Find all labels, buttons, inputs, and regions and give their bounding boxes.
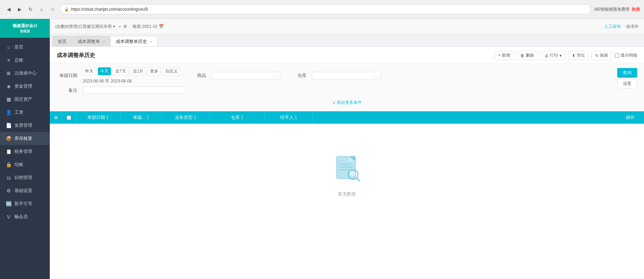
refresh-button[interactable]: ↻ 刷新 [591, 51, 612, 60]
filter-settings-button[interactable]: 设置 [617, 79, 637, 88]
inventory-icon: 📦 [5, 136, 12, 141]
archive-icon: 🗂 [5, 175, 12, 180]
forward-button[interactable]: ▶ [15, 5, 24, 14]
th-handler[interactable]: 经手人 ▲▼ [265, 111, 313, 124]
settings-company-icon[interactable]: ⚙ [123, 24, 127, 29]
username-label[interactable]: 徐泽华 [626, 24, 639, 30]
filter-row-1: 单据日期 昨天 今天 近7天 近1月 更多 自定义 [57, 67, 612, 84]
sidebar-label-fixed-assets: 固定资产 [14, 96, 32, 102]
sidebar-label-inventory: 库存核算 [14, 135, 32, 142]
star-button[interactable]: ☆ [48, 5, 57, 14]
query-button[interactable]: 查询 [617, 68, 637, 78]
print-button[interactable]: 🖨 打印 ▾ [541, 51, 565, 60]
sidebar-label-invoice: 发票管理 [14, 122, 32, 129]
sidebar-logo: 畅捷通好会计 旗舰版 [0, 19, 50, 38]
sidebar-label-vip: 畅会员 [14, 214, 28, 220]
sidebar-item-inventory[interactable]: 📦 库存核算 [0, 132, 50, 145]
sidebar-item-closing[interactable]: 🔒 结账 [0, 158, 50, 171]
page-header: 成本调整单历史 + 新增 🗑 删除 🖨 打印 ▾ ⬆ 导出 [50, 47, 644, 63]
goods-filter-select[interactable]: ... [212, 72, 280, 79]
no-sort-icon: ▲▼ [146, 115, 149, 120]
svg-line-8 [357, 178, 360, 181]
biztype-sort-icon: ▲▼ [194, 115, 196, 120]
th-gear[interactable]: ⚙ [50, 111, 62, 124]
sidebar-label-salary: 工资 [14, 109, 23, 115]
sidebar-item-salary[interactable]: 👤 工资 [0, 106, 50, 119]
address-bar[interactable]: 🔒 https://cloud.chanjet.com/accounting/u… [60, 4, 591, 14]
show-detail-checkbox[interactable] [615, 53, 619, 58]
filter-area: 单据日期 昨天 今天 近7天 近1月 更多 自定义 [50, 63, 644, 111]
date-yesterday-btn[interactable]: 昨天 [83, 67, 96, 75]
print-icon: 🖨 [544, 53, 549, 58]
tab-cost-adjust[interactable]: 成本调整单 × [72, 36, 110, 46]
warehouse-more-dots[interactable]: ... [374, 73, 377, 78]
export-button[interactable]: ⬆ 导出 [568, 51, 589, 60]
guide-icon: 🆕 [5, 201, 12, 207]
refresh-button[interactable]: ↻ [26, 5, 35, 14]
date-more-btn[interactable]: 更多 [148, 67, 161, 75]
sidebar-item-basic-settings[interactable]: ⚙ 基础设置 [0, 184, 50, 197]
sidebar-item-reports[interactable]: ⊞ 云报表中心 [0, 67, 50, 80]
sidebar-item-guide[interactable]: 🆕 新手引导 [0, 197, 50, 210]
main-area: (勿删勿禁用)江西服宝测试专用 ▾ ＋ ⚙ 账期 2021-10 📅 人工咨询 … [50, 19, 644, 279]
tax-icon: 📋 [5, 149, 12, 154]
warehouse-filter-label: 仓库 [286, 72, 306, 79]
sidebar-item-funds[interactable]: ◈ 资金管理 [0, 80, 50, 93]
svg-point-7 [349, 170, 356, 177]
th-biztype-label: 业务类型 [175, 114, 193, 121]
sidebar-item-invoice[interactable]: 📄 发票管理 [0, 119, 50, 132]
show-detail-checkbox-label[interactable]: 显示明细 [615, 53, 637, 58]
remark-filter-label: 备注 [57, 87, 77, 93]
search-label: 360智能抠图免费用 [594, 7, 630, 12]
home-button[interactable]: ⌂ [37, 5, 46, 14]
tab-home-label: 首页 [58, 38, 67, 45]
warehouse-filter-select[interactable]: ... [312, 72, 381, 79]
calendar-icon[interactable]: 📅 [159, 24, 164, 29]
th-date[interactable]: 单据日期 ▲▼ [76, 111, 121, 124]
tab-home[interactable]: 首页 [53, 36, 72, 46]
tab-cost-adjust-label: 成本调整单 [78, 38, 100, 45]
back-button[interactable]: ◀ [4, 5, 13, 14]
th-biztype[interactable]: 业务类型 ▲▼ [162, 111, 210, 124]
logo-sub-text: 旗舰版 [13, 29, 37, 33]
th-warehouse[interactable]: 仓库 ▲▼ [210, 111, 265, 124]
sidebar-item-ledger[interactable]: ≡ 总账 [0, 54, 50, 67]
sidebar-label-archive: 归档管理 [14, 175, 32, 181]
remark-filter-input[interactable] [83, 87, 186, 94]
sidebar-menu: ⌂ 首页 ≡ 总账 ⊞ 云报表中心 ◈ 资金管理 ▦ 固定资产 👤 工资 [0, 38, 50, 279]
tab-cost-adjust-history-label: 成本调整单历史 [116, 38, 147, 45]
delete-button[interactable]: 🗑 删除 [517, 51, 538, 60]
basic-settings-icon: ⚙ [5, 188, 12, 193]
consult-link[interactable]: 人工咨询 [604, 24, 621, 30]
tab-cost-adjust-close[interactable]: × [103, 40, 105, 44]
select-all-checkbox[interactable] [67, 115, 71, 120]
sidebar-item-tax[interactable]: 📋 税务管理 [0, 145, 50, 158]
period-info: 账期 2021-10 📅 [133, 24, 164, 30]
goods-more-dots[interactable]: ... [274, 73, 277, 78]
page-content: 成本调整单历史 + 新增 🗑 删除 🖨 打印 ▾ ⬆ 导出 [50, 47, 644, 279]
sidebar-item-fixed-assets[interactable]: ▦ 固定资产 [0, 93, 50, 106]
tab-cost-adjust-history-close[interactable]: × [150, 40, 152, 44]
date-range-display: 2023-06-06 至 2023-06-06 [83, 78, 180, 84]
sidebar-item-vip[interactable]: V 畅会员 [0, 210, 50, 223]
date-today-btn[interactable]: 今天 [98, 67, 111, 75]
show-detail-label: 显示明细 [621, 53, 637, 58]
date-1month-btn[interactable]: 近1月 [131, 67, 146, 75]
sidebar-item-home[interactable]: ⌂ 首页 [0, 41, 50, 54]
sidebar-label-funds: 资金管理 [14, 83, 32, 89]
refresh-icon: ↻ [595, 53, 599, 58]
date-7days-btn[interactable]: 近7天 [113, 67, 128, 75]
page-actions: + 新增 🗑 删除 🖨 打印 ▾ ⬆ 导出 ↻ [495, 51, 637, 60]
lock-icon: 🔒 [64, 7, 69, 12]
sidebar-item-archive[interactable]: 🗂 归档管理 [0, 171, 50, 184]
company-selector[interactable]: (勿删勿禁用)江西服宝测试专用 ▾ ＋ ⚙ [55, 24, 127, 30]
date-custom-btn[interactable]: 自定义 [163, 67, 180, 75]
th-check[interactable] [62, 111, 76, 124]
add-button[interactable]: + 新增 [495, 51, 514, 60]
th-warehouse-label: 仓库 [231, 114, 240, 121]
collapse-more-btn[interactable]: ∧ 收起更多条件 [57, 98, 637, 107]
handler-sort-icon: ▲▼ [295, 115, 297, 120]
th-no[interactable]: 单据... ▲▼ [121, 111, 162, 124]
add-company-icon[interactable]: ＋ [118, 24, 122, 30]
tab-cost-adjust-history[interactable]: 成本调整单历史 × [111, 36, 157, 46]
